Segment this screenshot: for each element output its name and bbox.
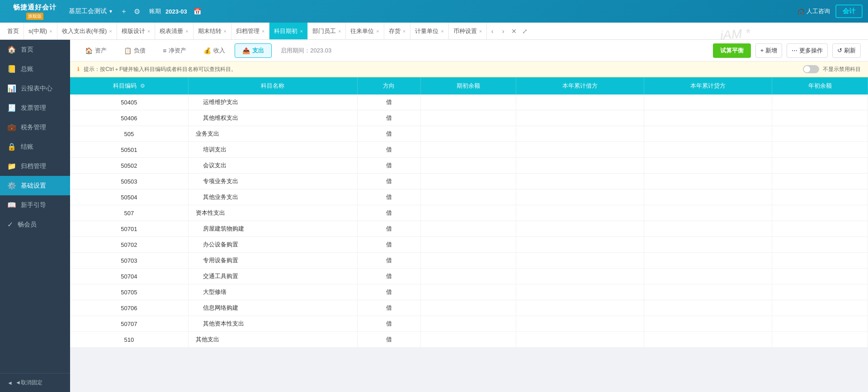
- sidebar-item-report[interactable]: 📊 云报表中心: [0, 79, 70, 98]
- chevron-down-icon: ▾: [109, 8, 112, 14]
- tab-dept-close[interactable]: ×: [338, 28, 341, 34]
- cell-direction: 借: [357, 205, 420, 221]
- tab-subject-init-close[interactable]: ×: [300, 28, 302, 34]
- table-row[interactable]: 50702办公设备购置借: [70, 237, 868, 253]
- home-icon: 🏠: [7, 45, 16, 54]
- tab-balance-close[interactable]: ×: [49, 28, 52, 34]
- cell-code: 50501: [70, 142, 188, 158]
- cell-year-opening: [772, 94, 868, 110]
- app-subtitle: 旗舰版: [26, 13, 43, 20]
- sub-tab-asset[interactable]: 🏠 资产: [77, 43, 114, 58]
- tab-income-report-close[interactable]: ×: [109, 28, 112, 34]
- period-label: 账期: [149, 7, 161, 15]
- tab-archive-close[interactable]: ×: [262, 28, 264, 34]
- tab-nav-prev[interactable]: ‹: [487, 23, 498, 40]
- sidebar-settings-label: 基础设置: [21, 182, 46, 190]
- tab-nav-next[interactable]: ›: [498, 23, 509, 40]
- sub-tab-net-asset[interactable]: ≡ 净资产: [155, 43, 194, 58]
- sub-tab-income[interactable]: 💰 收入: [196, 43, 233, 58]
- sidebar-archive-label: 归档管理: [21, 162, 46, 170]
- sidebar-item-invoice[interactable]: 🧾 发票管理: [0, 98, 70, 118]
- tab-tax[interactable]: 税表清册 ×: [155, 23, 193, 40]
- tab-period-end[interactable]: 期末结转 ×: [193, 23, 231, 40]
- sidebar-item-archive[interactable]: 📁 归档管理: [0, 156, 70, 176]
- refresh-label: 刷新: [844, 47, 856, 55]
- sidebar-ledger-label: 总账: [21, 65, 33, 73]
- tab-income-report[interactable]: 收入支出表(年报) ×: [57, 23, 117, 40]
- sidebar-item-tax[interactable]: 💼 税务管理: [0, 118, 70, 137]
- cell-opening-balance: [420, 142, 516, 158]
- tab-unit-close[interactable]: ×: [441, 28, 443, 34]
- tab-expand[interactable]: ⤢: [519, 23, 530, 40]
- sidebar-item-ledger[interactable]: 📒 总账: [0, 59, 70, 79]
- more-actions-button[interactable]: ⋯ 更多操作: [787, 43, 828, 58]
- refresh-button[interactable]: ↺ 刷新: [832, 43, 861, 58]
- table-row[interactable]: 507资本性支出借: [70, 205, 868, 221]
- settings-icon[interactable]: ⚙: [134, 7, 140, 16]
- account-button[interactable]: 会计: [835, 5, 863, 18]
- sidebar-item-member[interactable]: ✓ 畅会员: [0, 215, 70, 234]
- table-row[interactable]: 50705大型修缮借: [70, 284, 868, 300]
- tab-close-all[interactable]: ✕: [509, 23, 519, 40]
- tab-inventory[interactable]: 存货 ×: [384, 23, 410, 40]
- table-row[interactable]: 50703专用设备购置借: [70, 253, 868, 269]
- tab-inventory-close[interactable]: ×: [403, 28, 406, 34]
- table-row[interactable]: 50503专项业务支出借: [70, 174, 868, 189]
- sidebar-item-settings[interactable]: ⚙️ 基础设置: [0, 176, 70, 195]
- tab-period-end-close[interactable]: ×: [224, 28, 226, 34]
- add-button[interactable]: + 新增: [755, 43, 782, 58]
- company-selector[interactable]: 基层工会测试 ▾: [69, 7, 112, 15]
- tab-subject-init[interactable]: 科目期初 ×: [269, 23, 307, 40]
- subjects-table: 科目编码 ⚙ 科目名称 方向 期初余额 本年累计借方 本年累计贷方 年初余额 5…: [70, 77, 868, 348]
- cell-year-opening: [772, 253, 868, 269]
- table-row[interactable]: 50502会议支出借: [70, 158, 868, 174]
- tab-home[interactable]: 首页: [3, 23, 24, 40]
- add-icon[interactable]: ＋: [120, 7, 127, 16]
- cell-code: 50703: [70, 253, 188, 269]
- tab-partner-close[interactable]: ×: [376, 28, 379, 34]
- sidebar-home-label: 首页: [21, 46, 33, 54]
- table-row[interactable]: 50706信息网络购建借: [70, 300, 868, 316]
- calendar-icon[interactable]: 📅: [193, 8, 201, 15]
- disable-toggle-switch[interactable]: [803, 65, 819, 73]
- sidebar-item-home[interactable]: 🏠 首页: [0, 40, 70, 59]
- cell-year-opening: [772, 205, 868, 221]
- service-button[interactable]: 🎧 人工咨询: [797, 7, 830, 15]
- table-row[interactable]: 50501培训支出借: [70, 142, 868, 158]
- sub-tab-liability[interactable]: 📋 负债: [116, 43, 153, 58]
- tab-partner[interactable]: 往来单位 ×: [346, 23, 384, 40]
- header-icons: ＋ ⚙: [120, 7, 140, 16]
- col-gear-icon[interactable]: ⚙: [140, 83, 145, 89]
- tab-template[interactable]: 模版设计 ×: [117, 23, 155, 40]
- tab-unit[interactable]: 计量单位 ×: [410, 23, 448, 40]
- tab-dept[interactable]: 部门员工 ×: [308, 23, 346, 40]
- cell-direction: 借: [357, 300, 420, 316]
- table-row[interactable]: 50406其他维权支出借: [70, 110, 868, 126]
- cell-opening-balance: [420, 253, 516, 269]
- calc-balance-button[interactable]: 试算平衡: [713, 43, 751, 58]
- sub-tab-expense[interactable]: 📤 支出: [235, 43, 272, 58]
- cell-opening-balance: [420, 158, 516, 174]
- sidebar-item-close[interactable]: 🔒 结账: [0, 137, 70, 156]
- sidebar-collapse-btn[interactable]: ◄ ◄取消固定: [0, 373, 70, 392]
- cell-name: 大型修缮: [188, 284, 357, 300]
- cell-code: 50406: [70, 110, 188, 126]
- cell-ytd-debit: [516, 316, 644, 332]
- tab-archive[interactable]: 归档管理 ×: [231, 23, 269, 40]
- tab-tax-close[interactable]: ×: [185, 28, 188, 34]
- sub-tab-bar: 🏠 资产 📋 负债 ≡ 净资产 💰 收入 📤 支出 启用期间：2023.03: [70, 40, 868, 61]
- table-row[interactable]: 50405运维维护支出借: [70, 94, 868, 110]
- tab-currency[interactable]: 币种设置 ×: [449, 23, 487, 40]
- cell-opening-balance: [420, 316, 516, 332]
- tab-currency-close[interactable]: ×: [479, 28, 482, 34]
- table-row[interactable]: 50704交通工具购置借: [70, 269, 868, 284]
- table-row[interactable]: 50701房屋建筑物购建借: [70, 221, 868, 237]
- table-row[interactable]: 50707其他资本性支出借: [70, 316, 868, 332]
- cell-code: 50702: [70, 237, 188, 253]
- table-row[interactable]: 510其他支出借: [70, 332, 868, 348]
- sidebar-item-guide[interactable]: 📖 新手引导: [0, 195, 70, 215]
- table-row[interactable]: 505业务支出借: [70, 126, 868, 142]
- tab-template-close[interactable]: ×: [147, 28, 150, 34]
- tab-balance[interactable]: s(中期) ×: [24, 23, 57, 40]
- table-row[interactable]: 50504其他业务支出借: [70, 189, 868, 205]
